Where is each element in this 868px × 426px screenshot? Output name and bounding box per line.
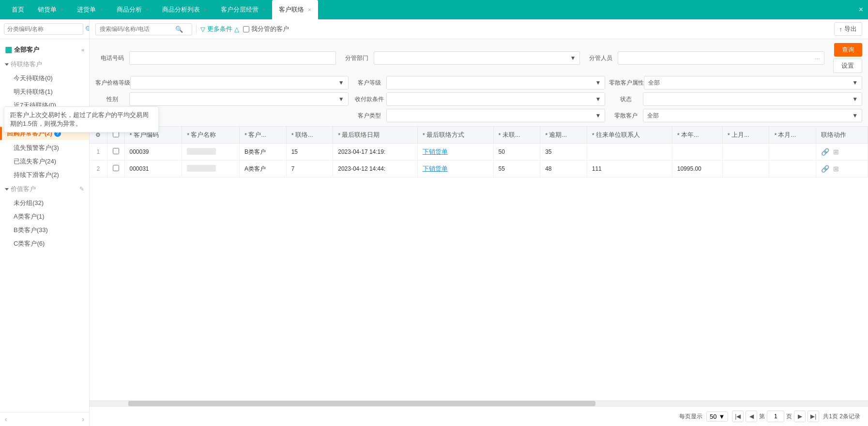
- sidebar-item-c-class[interactable]: C类客户(6): [0, 237, 89, 250]
- close-icon[interactable]: ×: [61, 0, 63, 19]
- nav-customer-contact[interactable]: 客户联络 ×: [272, 0, 318, 19]
- next-page-button[interactable]: ▶: [794, 411, 806, 422]
- sidebar-item-ungrouped[interactable]: 未分组(32): [0, 196, 89, 210]
- chevron-down-icon: ▼: [338, 96, 344, 103]
- close-icon[interactable]: ×: [204, 0, 207, 19]
- gender-select[interactable]: ▼: [129, 92, 349, 106]
- branch-person-input[interactable]: [622, 55, 815, 61]
- row-overdue: 48: [540, 161, 587, 177]
- col-header-contact-person[interactable]: *往来单位联系人: [587, 127, 672, 144]
- col-header-name[interactable]: *客户名称: [182, 127, 240, 144]
- row-type: A类客户: [240, 161, 287, 177]
- sidebar-item-churned[interactable]: 已流失客户(24): [0, 155, 89, 168]
- prev-page-button[interactable]: ◀: [746, 411, 757, 422]
- sidebar-item-a-class[interactable]: A类客户(1): [0, 210, 89, 223]
- sidebar-search-input[interactable]: [4, 23, 83, 35]
- row-last-method[interactable]: 下销货单: [417, 144, 493, 161]
- sidebar-item-b-class[interactable]: B类客户(33): [0, 223, 89, 237]
- edit-icon[interactable]: ✎: [79, 186, 84, 192]
- nav-purchase-order[interactable]: 进货单 ×: [70, 0, 109, 19]
- branch-dept-field: 分管部门 ▼: [340, 51, 580, 65]
- row-checkbox-cell[interactable]: [107, 144, 124, 161]
- branch-person-input-wrap[interactable]: ···: [618, 51, 824, 65]
- sidebar-collapse-button[interactable]: ‹: [5, 415, 7, 423]
- close-icon[interactable]: ×: [308, 0, 311, 19]
- horizontal-scrollbar[interactable]: [90, 400, 868, 406]
- customer-level-label: 客户等级: [352, 79, 386, 87]
- set-button[interactable]: 设置: [833, 59, 862, 73]
- search-submit-icon[interactable]: 🔍: [175, 26, 183, 33]
- row-number: 2: [90, 161, 107, 177]
- filter-actions: 查询 设置: [833, 43, 862, 73]
- nav-sales-order[interactable]: 销货单 ×: [31, 0, 70, 19]
- nav-customer-layered[interactable]: 客户分层经营 ×: [214, 0, 272, 19]
- first-page-button[interactable]: |◀: [732, 411, 744, 422]
- link-action-icon[interactable]: 🔗: [821, 148, 829, 156]
- export-button[interactable]: ↑ 导出: [834, 22, 863, 36]
- sidebar-collapse-icon[interactable]: «: [81, 47, 84, 53]
- sidebar-item-today-pending[interactable]: 今天待联络(0): [0, 72, 89, 85]
- search-input[interactable]: [100, 26, 172, 32]
- col-header-contact-count[interactable]: *联络...: [286, 127, 333, 144]
- sidebar-item-churn-warning[interactable]: 流失预警客户(3): [0, 141, 89, 155]
- row-last-date: 2023-04-12 14:44:: [333, 161, 418, 177]
- sidebar-all-customers[interactable]: ▦ 全部客户 «: [0, 42, 89, 57]
- my-customers-checkbox[interactable]: 我分管的客户: [243, 25, 289, 33]
- row-checkbox[interactable]: [113, 165, 119, 171]
- price-level-select[interactable]: ▼: [130, 76, 349, 89]
- sidebar-expand-button[interactable]: ›: [82, 415, 84, 423]
- col-header-overdue[interactable]: *逾期...: [540, 127, 587, 144]
- grid-action-icon[interactable]: ⊞: [833, 165, 839, 173]
- phone-input-wrap[interactable]: [129, 51, 336, 65]
- col-header-type[interactable]: *客户...: [240, 127, 287, 144]
- row-this-month: [769, 161, 816, 177]
- col-header-last-month[interactable]: *上月...: [722, 127, 769, 144]
- chevron-down-icon: ▼: [595, 79, 601, 86]
- nav-product-analysis[interactable]: 商品分析 ×: [110, 0, 155, 19]
- link-action-icon[interactable]: 🔗: [821, 165, 829, 173]
- grid-action-icon[interactable]: ⊞: [833, 148, 839, 156]
- sidebar-search-icon[interactable]: 🔍: [85, 26, 90, 33]
- row-name: [182, 161, 240, 177]
- sidebar-item-declining[interactable]: 持续下滑客户(2): [0, 168, 89, 182]
- more-conditions-button[interactable]: ▽ 更多条件 △: [200, 25, 239, 33]
- row-checkbox[interactable]: [113, 148, 119, 154]
- sidebar: 🔍 ▦ 全部客户 « 待联络客户 今天待联络(0) 明天待联络(1): [0, 19, 90, 426]
- nav-product-analysis-list[interactable]: 商品分析列表 ×: [155, 0, 213, 19]
- nav-home[interactable]: 首页: [5, 0, 31, 19]
- scrollbar-thumb[interactable]: [128, 401, 595, 406]
- filter-bar: 🔍 ▽ 更多条件 △ 我分管的客户 ↑ 导出: [90, 19, 868, 39]
- retail-attr-select[interactable]: 全部 ▼: [644, 76, 862, 89]
- branch-dept-label: 分管部门: [340, 54, 374, 62]
- my-customers-check[interactable]: [243, 26, 249, 32]
- sidebar-search-bar: 🔍: [0, 19, 89, 39]
- row-contact-count: 7: [286, 161, 333, 177]
- row-checkbox-cell[interactable]: [107, 161, 124, 177]
- close-icon[interactable]: ×: [100, 0, 103, 19]
- phone-input[interactable]: [134, 55, 332, 61]
- ellipsis-icon[interactable]: ···: [815, 55, 820, 62]
- data-table-area: ⚙ *客户编码 *客户名称 *客户...: [90, 127, 868, 400]
- row-this-year: [672, 144, 722, 161]
- branch-dept-select[interactable]: ▼: [374, 51, 580, 65]
- customer-level-select[interactable]: ▼: [386, 76, 606, 89]
- per-page-select[interactable]: 50 ▼: [706, 411, 728, 422]
- retail-customer-select[interactable]: 全部 ▼: [643, 109, 862, 122]
- close-all-button[interactable]: ×: [859, 5, 863, 14]
- col-header-last-method[interactable]: *最后联络方式: [417, 127, 493, 144]
- row-last-method[interactable]: 下销货单: [417, 161, 493, 177]
- customer-type-select[interactable]: ▼: [386, 109, 606, 122]
- col-header-this-year[interactable]: *本年...: [672, 127, 722, 144]
- status-select[interactable]: ▼: [643, 92, 862, 106]
- sidebar-item-tomorrow-pending[interactable]: 明天待联络(1): [0, 85, 89, 99]
- close-icon[interactable]: ×: [262, 0, 265, 19]
- page-number-input[interactable]: [767, 411, 784, 422]
- payment-select[interactable]: ▼: [386, 92, 606, 106]
- col-header-no-contact[interactable]: *未联...: [493, 127, 540, 144]
- close-icon[interactable]: ×: [146, 0, 149, 19]
- col-header-last-date[interactable]: *最后联络日期: [333, 127, 418, 144]
- page-label: 第: [759, 412, 765, 421]
- last-page-button[interactable]: ▶|: [807, 411, 819, 422]
- query-button[interactable]: 查询: [834, 43, 862, 57]
- col-header-this-month[interactable]: *本月...: [769, 127, 816, 144]
